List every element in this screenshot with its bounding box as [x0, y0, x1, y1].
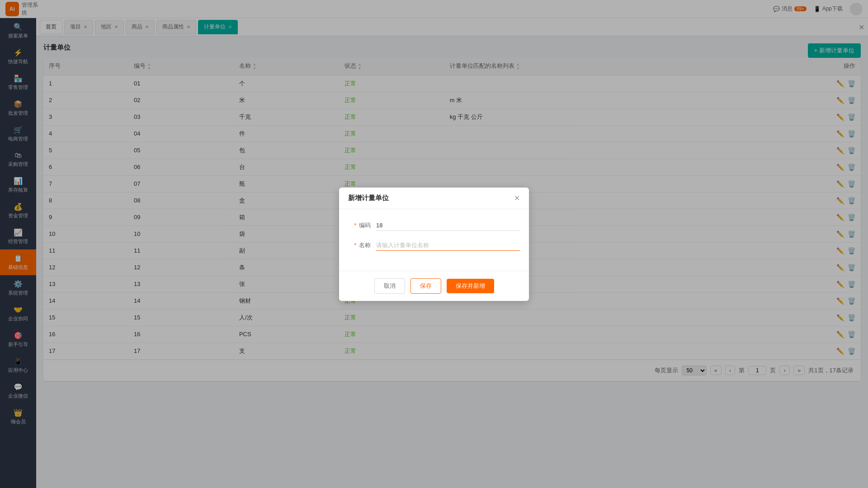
add-unit-modal: 新增计量单位 ✕ * 编码 * 名称 取消 保存 保存并新增	[339, 188, 529, 301]
save-and-new-button[interactable]: 保存并新增	[447, 279, 494, 293]
code-form-item: * 编码	[348, 220, 520, 231]
modal-title: 新增计量单位	[348, 194, 389, 202]
modal-footer: 取消 保存 保存并新增	[339, 271, 529, 301]
name-form-item: * 名称	[348, 240, 520, 251]
save-button[interactable]: 保存	[410, 278, 441, 294]
name-label: * 名称	[348, 241, 371, 249]
code-label: * 编码	[348, 221, 371, 230]
cancel-button[interactable]: 取消	[374, 278, 405, 294]
code-input[interactable]	[376, 220, 520, 231]
modal-overlay: 新增计量单位 ✕ * 编码 * 名称 取消 保存 保存并新增	[0, 0, 868, 488]
name-input[interactable]	[376, 240, 520, 251]
modal-close-button[interactable]: ✕	[514, 194, 520, 202]
name-required-mark: *	[354, 242, 356, 249]
modal-body: * 编码 * 名称	[339, 209, 529, 271]
modal-header: 新增计量单位 ✕	[339, 188, 529, 209]
code-required-mark: *	[354, 222, 356, 229]
